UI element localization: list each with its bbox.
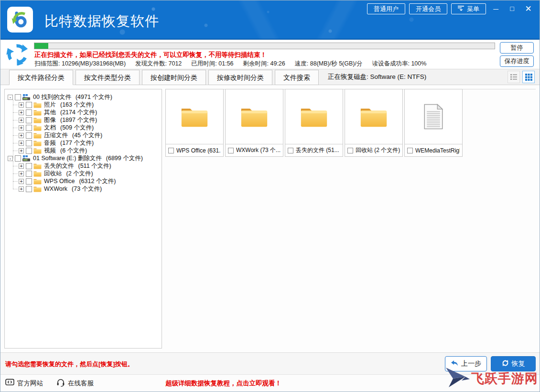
expand-toggle-icon[interactable]: +	[19, 102, 24, 108]
tree-item-count: (509 个文件)	[60, 124, 94, 132]
back-button[interactable]: 上一步	[445, 356, 487, 371]
titlebar: 比特数据恢复软件 普通用户 开通会员 菜单 ─ □ ✕	[0, 0, 540, 40]
tree-item[interactable]: +音频(177 个文件)	[19, 139, 160, 147]
tree-checkbox[interactable]	[26, 186, 32, 192]
menu-icon	[458, 5, 464, 12]
expand-toggle-icon[interactable]: +	[19, 171, 24, 176]
tree-item-count: (1897 个文件)	[60, 116, 97, 124]
tree-checkbox[interactable]	[26, 148, 32, 154]
user-type-button[interactable]: 普通用户	[367, 3, 405, 14]
file-card[interactable]: WEMediaTestRigh...	[404, 89, 463, 157]
titlebar-controls: 普通用户 开通会员 菜单 ─ □ ✕	[363, 3, 535, 14]
tutorial-link[interactable]: 超级详细数据恢复教程，点击立即观看！	[165, 379, 281, 388]
tree-item-count: (73 个文件)	[72, 185, 102, 193]
tree-item[interactable]: +视频(6 个文件)	[19, 147, 160, 154]
tree-item[interactable]: -01 Software (E:) 删除文件(6899 个文件)	[8, 154, 160, 162]
tab-by-type[interactable]: 按文件类型分类	[76, 70, 140, 85]
collapse-toggle-icon[interactable]: -	[8, 95, 13, 100]
tree-item-label: 图像	[44, 116, 56, 124]
file-card[interactable]: WXWork (73 个...	[225, 89, 283, 157]
maximize-button[interactable]: □	[506, 3, 518, 14]
tab-by-created[interactable]: 按创建时间分类	[142, 70, 206, 85]
tree-item[interactable]: +图像(1897 个文件)	[19, 116, 160, 124]
file-card[interactable]: 回收站 (2 个文件)	[345, 89, 403, 157]
save-progress-button[interactable]: 保存进度	[500, 55, 534, 67]
folder-tree: -00 找到的文件(4971 个文件)+照片(163 个文件)+其他(2174 …	[8, 93, 160, 193]
recycle-icon	[6, 43, 29, 65]
folder-icon	[181, 106, 208, 128]
tree-checkbox[interactable]	[26, 109, 32, 116]
tab-file-search[interactable]: 文件搜索	[275, 70, 319, 85]
tree-checkbox[interactable]	[26, 117, 32, 123]
folder-icon	[33, 109, 42, 116]
tab-by-modified[interactable]: 按修改时间分类	[208, 70, 272, 85]
file-card-body	[285, 89, 343, 144]
scan-progress-bar	[34, 43, 495, 49]
expand-toggle-icon[interactable]: +	[19, 133, 24, 138]
tree-checkbox[interactable]	[26, 102, 32, 108]
tree-checkbox[interactable]	[26, 171, 32, 177]
menu-button[interactable]: 菜单	[451, 3, 486, 14]
expand-toggle-icon[interactable]: +	[19, 118, 24, 123]
online-support-link[interactable]: 在线客服	[56, 378, 94, 388]
expand-toggle-icon[interactable]: +	[19, 186, 24, 192]
file-card[interactable]: WPS Office (631...	[165, 89, 224, 157]
file-card-footer: 回收站 (2 个文件)	[345, 144, 402, 156]
expand-toggle-icon[interactable]: +	[19, 179, 24, 184]
card-checkbox[interactable]	[407, 148, 413, 153]
tab-by-path[interactable]: 按文件路径分类	[9, 70, 73, 85]
card-label: WEMediaTestRigh...	[415, 147, 460, 154]
tree-item[interactable]: +照片(163 个文件)	[19, 101, 160, 109]
card-checkbox[interactable]	[288, 148, 293, 153]
drive-icon	[22, 94, 31, 100]
collapse-toggle-icon[interactable]: -	[8, 156, 13, 161]
tree-item-label: 回收站	[44, 170, 62, 178]
recover-button-label: 恢复	[512, 359, 525, 368]
tree-checkbox[interactable]	[15, 94, 21, 100]
tree-item[interactable]: +文档(509 个文件)	[19, 124, 160, 131]
tree-checkbox[interactable]	[26, 140, 32, 146]
card-checkbox[interactable]	[168, 148, 174, 153]
folder-icon	[33, 102, 42, 108]
expand-toggle-icon[interactable]: +	[19, 163, 24, 169]
grid-view-button[interactable]	[522, 71, 535, 83]
official-website-link[interactable]: 官方网站	[5, 379, 43, 388]
tree-item[interactable]: +丢失的文件(511 个文件)	[19, 162, 160, 170]
tree-checkbox[interactable]	[15, 155, 21, 162]
tree-children: +照片(163 个文件)+其他(2174 个文件)+图像(1897 个文件)+文…	[19, 101, 160, 154]
tree-item-count: (2 个文件)	[66, 170, 93, 178]
expand-toggle-icon[interactable]: +	[19, 141, 24, 146]
expand-toggle-icon[interactable]: +	[19, 125, 24, 131]
app-window: 比特数据恢复软件 普通用户 开通会员 菜单 ─ □ ✕	[0, 0, 540, 392]
recover-button[interactable]: 恢复	[491, 356, 536, 371]
tree-checkbox[interactable]	[26, 178, 32, 185]
minimize-button[interactable]: ─	[489, 3, 502, 14]
list-view-button[interactable]	[508, 71, 520, 83]
scan-info-item: 扫描范围: 10296(MB)/381968(MB)	[34, 60, 126, 68]
file-card[interactable]: 丢失的文件 (51...	[285, 89, 343, 157]
tree-item[interactable]: +WXWork(73 个文件)	[19, 185, 160, 193]
folder-icon	[33, 125, 42, 131]
tree-item[interactable]: +WPS Office(6312 个文件)	[19, 177, 160, 185]
card-checkbox[interactable]	[228, 148, 234, 153]
tree-checkbox[interactable]	[26, 125, 32, 131]
pause-button[interactable]: 暂停	[500, 42, 534, 54]
close-button[interactable]: ✕	[522, 3, 535, 14]
tree-item[interactable]: +压缩文件(45 个文件)	[19, 131, 160, 139]
file-card-footer: 丢失的文件 (51...	[285, 144, 343, 156]
expand-toggle-icon[interactable]: +	[19, 148, 24, 153]
vip-button[interactable]: 开通会员	[409, 3, 447, 14]
tree-item[interactable]: +回收站(2 个文件)	[19, 170, 160, 177]
expand-toggle-icon[interactable]: +	[19, 110, 24, 115]
tree-item-label: 01 Software (E:) 删除文件	[33, 154, 102, 163]
tree-checkbox[interactable]	[26, 132, 32, 139]
tab-bar: 按文件路径分类按文件类型分类按创建时间分类按修改时间分类文件搜索 正在恢复磁盘:…	[0, 69, 540, 85]
tree-checkbox[interactable]	[26, 163, 32, 169]
tree-item-count: (511 个文件)	[78, 162, 111, 170]
tree-item[interactable]: -00 找到的文件(4971 个文件)	[8, 93, 160, 101]
card-label: 丢失的文件 (51...	[296, 146, 339, 154]
official-website-label: 官方网站	[17, 379, 43, 388]
card-checkbox[interactable]	[347, 148, 353, 153]
tree-item[interactable]: +其他(2174 个文件)	[19, 109, 160, 116]
file-card-footer: WPS Office (631...	[166, 144, 223, 156]
